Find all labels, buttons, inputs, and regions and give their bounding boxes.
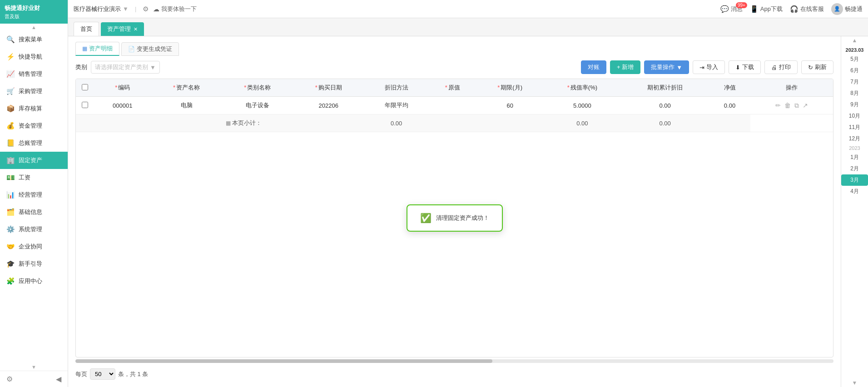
- collapse-icon[interactable]: ◀: [56, 375, 61, 383]
- tab-close-icon[interactable]: ✕: [134, 26, 138, 32]
- sidebar-item-search[interactable]: 🔍搜索菜单: [0, 31, 68, 48]
- subtab-asset-detail[interactable]: ▦ 资产明细: [75, 42, 119, 56]
- sidebar-item-cooperation[interactable]: 🤝企业协同: [0, 238, 68, 255]
- category-placeholder: 请选择固定资产类别: [95, 63, 148, 71]
- sidebar-icon-payroll: 💵: [6, 174, 15, 182]
- batch-button[interactable]: 批量操作 ▼: [644, 60, 689, 74]
- sidebar-icon-finance: 💰: [6, 122, 15, 130]
- sidebar-item-guide[interactable]: 🎓新手引导: [0, 255, 68, 273]
- sidebar-icon-system: ⚙️: [6, 225, 15, 233]
- cloud-icon: ☁: [153, 5, 159, 13]
- sidebar-label-quick-nav: 快捷导航: [19, 53, 42, 61]
- copy-icon[interactable]: ⧉: [794, 102, 799, 109]
- timeline-month-9月[interactable]: 9月: [841, 99, 868, 110]
- timeline-month-7月[interactable]: 7月: [841, 76, 868, 88]
- sidebar-icon-fixed-asset: 🏢: [6, 156, 15, 164]
- sidebar-scroll-up[interactable]: ▲: [0, 24, 68, 31]
- col-net-value: 净值: [709, 79, 750, 97]
- timeline-month-1月[interactable]: 1月: [841, 152, 868, 163]
- sidebar-item-quick-nav[interactable]: ⚡快捷导航: [0, 48, 68, 65]
- total-label: 条，共 1 条: [118, 370, 148, 378]
- sidebar-icon-quick-nav: ⚡: [6, 53, 15, 61]
- tab-home-label: 首页: [80, 25, 92, 33]
- sidebar-item-operations[interactable]: 📊经营管理: [0, 186, 68, 203]
- download-icon: 📱: [750, 5, 759, 13]
- subtotal-accum: 0.00: [544, 114, 621, 132]
- edit-icon[interactable]: ✏: [775, 102, 781, 109]
- batch-dropdown-icon: ▼: [676, 64, 682, 71]
- tab-home[interactable]: 首页: [74, 22, 99, 36]
- download-button[interactable]: ⬇ 下载: [729, 60, 761, 74]
- sidebar-item-inventory[interactable]: 📦库存核算: [0, 100, 68, 117]
- sidebar-item-fixed-asset[interactable]: 🏢固定资产: [0, 152, 68, 169]
- category-filter-select[interactable]: 请选择固定资产类别 ▼: [91, 61, 160, 74]
- timeline-scroll-up[interactable]: ▲: [841, 36, 868, 45]
- settings-gear-icon[interactable]: ⚙: [143, 5, 149, 13]
- timeline-year-2023: 2023: [841, 144, 868, 152]
- row-checkbox-0[interactable]: [82, 102, 88, 108]
- print-button[interactable]: 🖨 打印: [764, 60, 798, 74]
- row-depreciation-method: 年限平均: [364, 97, 428, 114]
- company-selector[interactable]: 医疗器械行业演示 ▼: [74, 5, 129, 13]
- download-label: 下载: [742, 63, 754, 71]
- sidebar-label-search: 搜索菜单: [19, 35, 42, 44]
- sidebar-item-base-info[interactable]: 🗂️基础信息: [0, 203, 68, 221]
- subtab-voucher-gen[interactable]: 📄 变更生成凭证: [121, 42, 179, 56]
- subtab-detail-label: 资产明细: [89, 45, 113, 53]
- sidebar-item-sales[interactable]: 📈销售管理: [0, 65, 68, 83]
- asset-table-wrap: *编码 *资产名称 *类别名称 *购买日期 折旧方法 *原值 *期限(月) *残…: [75, 79, 833, 357]
- user-profile[interactable]: 👤 畅捷通: [831, 3, 863, 15]
- select-all-checkbox[interactable]: [82, 84, 88, 90]
- refresh-button[interactable]: ↻ 刷新: [801, 60, 833, 74]
- message-icon: 💬: [720, 5, 729, 13]
- asset-table: *编码 *资产名称 *类别名称 *购买日期 折旧方法 *原值 *期限(月) *残…: [76, 79, 833, 132]
- sidebar-icon-search: 🔍: [6, 35, 15, 44]
- delete-icon[interactable]: 🗑: [784, 102, 791, 109]
- sidebar-item-system[interactable]: ⚙️系统管理: [0, 221, 68, 238]
- sidebar-item-app-center[interactable]: 🧩应用中心: [0, 273, 68, 290]
- pagination-bar: 每页 50 100 200 条，共 1 条: [75, 364, 833, 382]
- row-checkbox-cell[interactable]: [76, 97, 94, 114]
- subtotal-original: 0.00: [364, 114, 428, 132]
- sidebar-icon-purchase: 🛒: [6, 87, 15, 95]
- timeline-month-8月[interactable]: 8月: [841, 88, 868, 99]
- experience-button[interactable]: ☁ 我要体验一下: [153, 5, 197, 13]
- new-button[interactable]: + 新增: [610, 60, 640, 74]
- online-service-button[interactable]: 🎧 在线客服: [790, 5, 824, 13]
- horizontal-scrollbar[interactable]: [75, 359, 833, 363]
- per-page-select[interactable]: 50 100 200: [90, 368, 115, 380]
- timeline-scroll-down[interactable]: ▼: [841, 379, 868, 387]
- more-icon[interactable]: ↗: [803, 102, 808, 109]
- import-label: 导入: [706, 63, 718, 71]
- batch-label: 批量操作: [651, 63, 675, 71]
- user-name: 畅捷通: [845, 5, 863, 13]
- reconcile-button[interactable]: 对账: [581, 60, 606, 74]
- col-code: *编码: [94, 79, 151, 97]
- topbar-right: 💬 消息 99+ 📱 App下载 🎧 在线客服 👤 畅捷通: [720, 3, 863, 15]
- timeline-month-6月[interactable]: 6月: [841, 65, 868, 76]
- import-button[interactable]: ⇥ 导入: [693, 60, 725, 74]
- sidebar-icon-operations: 📊: [6, 191, 15, 199]
- subtotal-net: 0.00: [621, 114, 709, 132]
- sidebar-item-finance[interactable]: 💰资金管理: [0, 117, 68, 134]
- sidebar-item-purchase[interactable]: 🛒采购管理: [0, 83, 68, 100]
- row-period: 60: [476, 97, 544, 114]
- settings-icon[interactable]: ⚙: [6, 375, 13, 383]
- sidebar-label-fixed-asset: 固定资产: [19, 156, 42, 164]
- timeline-month-4月[interactable]: 4月: [841, 186, 868, 197]
- sidebar-item-payroll[interactable]: 💵工资: [0, 169, 68, 186]
- timeline-month-10月[interactable]: 10月: [841, 110, 868, 122]
- sidebar-item-ledger[interactable]: 📒总账管理: [0, 134, 68, 152]
- timeline-month-12月[interactable]: 12月: [841, 133, 868, 144]
- scrollbar-thumb[interactable]: [75, 359, 492, 363]
- message-button[interactable]: 💬 消息 99+: [720, 5, 743, 13]
- app-download-button[interactable]: 📱 App下载: [750, 5, 783, 13]
- timeline-month-2月[interactable]: 2月: [841, 163, 868, 174]
- timeline-month-5月[interactable]: 5月: [841, 54, 868, 65]
- tab-asset-management[interactable]: 资产管理 ✕: [101, 22, 144, 36]
- timeline-month-3月[interactable]: 3月: [841, 174, 868, 186]
- sidebar-scroll-down[interactable]: ▼: [0, 363, 68, 371]
- timeline-month-11月[interactable]: 11月: [841, 122, 868, 133]
- import-icon: ⇥: [699, 64, 704, 71]
- page-content: ▦ 资产明细 📄 变更生成凭证 类别 请选择固定资产类别 ▼: [68, 36, 868, 387]
